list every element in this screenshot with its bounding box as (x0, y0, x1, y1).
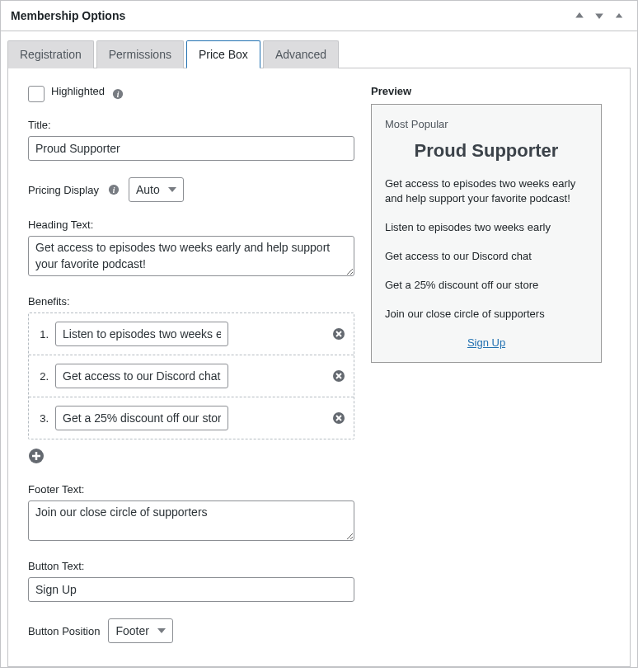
benefit-row[interactable]: 1. (29, 313, 354, 355)
preview-footer-text: Join our close circle of supporters (385, 308, 588, 322)
membership-options-metabox: Membership Options Registration Permissi… (0, 0, 638, 668)
svg-text:i: i (113, 186, 115, 195)
benefits-list[interactable]: 1. 2. (28, 313, 354, 439)
footer-text-field: Footer Text: Join our close circle of su… (28, 483, 354, 543)
heading-text-field: Heading Text: Get access to episodes two… (28, 219, 354, 279)
button-position-select[interactable]: Footer (108, 618, 173, 643)
preview-heading: Preview (371, 85, 602, 97)
title-field: Title: (28, 119, 354, 161)
add-benefit-button[interactable] (28, 448, 45, 464)
highlighted-label: Highlighted (51, 85, 105, 97)
tab-content-price-box: Highlighted i Title: Pricing Display i (7, 68, 631, 667)
button-text-field: Button Text: (28, 560, 354, 602)
benefits-label: Benefits: (28, 295, 354, 308)
tab-permissions[interactable]: Permissions (96, 40, 184, 68)
tab-price-box[interactable]: Price Box (186, 40, 260, 68)
move-up-button[interactable] (571, 7, 588, 24)
metabox-actions (571, 7, 627, 24)
benefit-input[interactable] (55, 406, 228, 430)
metabox-body: Registration Permissions Price Box Advan… (1, 31, 637, 667)
benefit-number: 3. (37, 412, 49, 425)
highlighted-checkbox[interactable] (28, 86, 45, 102)
title-label: Title: (28, 119, 354, 131)
preview-signup-link-wrapper: Sign Up (385, 336, 588, 349)
heading-text-input[interactable]: Get access to episodes two weeks early a… (28, 236, 354, 276)
remove-benefit-button[interactable] (332, 369, 345, 383)
help-icon[interactable]: i (107, 183, 120, 196)
metabox-header: Membership Options (1, 1, 637, 31)
benefits-field: Benefits: 1. 2. (28, 295, 354, 467)
preview-description: Get access to episodes two weeks early a… (385, 176, 588, 206)
benefit-input[interactable] (55, 364, 228, 388)
move-down-button[interactable] (591, 7, 608, 24)
preview-benefit-item: Get access to our Discord chat (385, 250, 588, 264)
form-column: Highlighted i Title: Pricing Display i (28, 85, 354, 643)
footer-text-label: Footer Text: (28, 483, 354, 496)
pricing-display-field: Pricing Display i Auto (28, 177, 354, 202)
button-text-label: Button Text: (28, 560, 354, 572)
preview-plan-title: Proud Supporter (385, 140, 588, 162)
benefit-row[interactable]: 3. (29, 397, 354, 439)
button-position-label: Button Position (28, 625, 100, 637)
preview-benefit-item: Listen to episodes two weeks early (385, 221, 588, 235)
tabs-nav: Registration Permissions Price Box Advan… (7, 40, 631, 68)
benefit-row[interactable]: 2. (29, 355, 354, 397)
tab-advanced[interactable]: Advanced (263, 40, 339, 68)
button-text-input[interactable] (28, 577, 354, 602)
footer-text-input[interactable]: Join our close circle of supporters (28, 500, 354, 541)
help-icon[interactable]: i (111, 87, 124, 101)
pricing-display-label: Pricing Display (28, 184, 99, 196)
remove-benefit-button[interactable] (332, 327, 345, 341)
toggle-panel-button[interactable] (611, 7, 627, 24)
tabs-container: Registration Permissions Price Box Advan… (1, 31, 637, 667)
tab-registration[interactable]: Registration (7, 40, 94, 68)
highlighted-field: Highlighted i (28, 85, 354, 102)
svg-text:i: i (117, 89, 120, 98)
preview-benefit-item: Get a 25% discount off our store (385, 279, 588, 293)
remove-benefit-button[interactable] (332, 411, 345, 425)
title-input[interactable] (28, 136, 354, 161)
preview-column: Preview Most Popular Proud Supporter Get… (371, 85, 602, 643)
benefit-input[interactable] (55, 322, 228, 346)
pricing-display-select[interactable]: Auto (129, 177, 184, 202)
benefit-number: 2. (37, 370, 49, 383)
preview-box: Most Popular Proud Supporter Get access … (371, 104, 602, 363)
metabox-title: Membership Options (11, 9, 571, 22)
benefit-number: 1. (37, 328, 49, 341)
button-position-field: Button Position Footer (28, 618, 354, 643)
heading-text-label: Heading Text: (28, 219, 354, 231)
preview-highlight-label: Most Popular (385, 118, 588, 130)
preview-signup-link[interactable]: Sign Up (467, 336, 505, 349)
